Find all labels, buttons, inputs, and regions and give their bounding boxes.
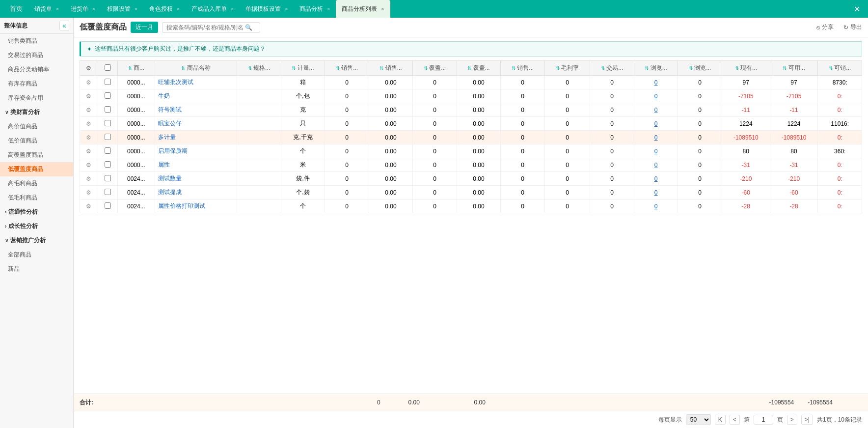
nav-analysis-list[interactable]: 商品分析列表 × (336, 0, 390, 18)
nav-home[interactable]: 首页 (4, 0, 28, 18)
sidebar-item-high-coverage[interactable]: 高覆盖度商品 (0, 148, 73, 162)
nav-close-roles[interactable]: × (177, 6, 180, 12)
first-page-button[interactable]: K (715, 415, 726, 425)
row-settings-7[interactable]: ⚙ (80, 172, 98, 186)
nav-close-analysis-list[interactable]: × (381, 6, 384, 12)
per-page-select[interactable]: 50 20 100 (686, 414, 711, 425)
sidebar-group-liquidity[interactable]: › 流通性分析 (0, 205, 73, 219)
row-checkbox-4[interactable] (98, 131, 117, 144)
page-number-input[interactable] (754, 415, 773, 425)
row-settings-0[interactable]: ⚙ (80, 76, 98, 89)
export-action[interactable]: ↻ 导出 (843, 23, 862, 31)
row-name-3[interactable]: 眠宝公仔 (155, 117, 237, 131)
col-sales3[interactable]: ⇅ 销售... (501, 61, 545, 76)
row-settings-5[interactable]: ⚙ (80, 144, 98, 158)
row-settings-3[interactable]: ⚙ (80, 117, 98, 131)
window-close-button[interactable]: ✕ (849, 1, 864, 16)
row-settings-1[interactable]: ⚙ (80, 89, 98, 103)
sidebar-item-category-rate[interactable]: 商品分类动销率 (0, 62, 73, 77)
col-cover2[interactable]: ⇅ 覆盖... (457, 61, 501, 76)
row-settings-6[interactable]: ⚙ (80, 158, 98, 172)
row-browse1-8[interactable]: 0 (634, 186, 678, 200)
row-settings-8[interactable]: ⚙ (80, 186, 98, 200)
col-settings[interactable]: ⚙ (80, 61, 98, 76)
row-name-9[interactable]: 属性价格打印测试 (155, 200, 237, 213)
nav-sales[interactable]: 销货单 × (28, 0, 65, 18)
select-all-checkbox[interactable] (105, 64, 111, 71)
row-browse1-0[interactable]: 0 (634, 76, 678, 89)
row-name-5[interactable]: 启用保质期 (155, 144, 237, 158)
nav-analysis[interactable]: 商品分析 × (294, 0, 336, 18)
row-browse1-2[interactable]: 0 (634, 103, 678, 117)
sidebar-item-new-goods[interactable]: 新品 (0, 262, 73, 276)
row-name-7[interactable]: 测试数量 (155, 172, 237, 186)
row-browse1-4[interactable]: 0 (634, 131, 678, 144)
row-name-6[interactable]: 属性 (155, 158, 237, 172)
row-name-2[interactable]: 符号测试 (155, 103, 237, 117)
row-browse1-1[interactable]: 0 (634, 89, 678, 103)
nav-close-perms[interactable]: × (135, 6, 137, 12)
row-checkbox-5[interactable] (98, 144, 117, 158)
nav-close-purchase[interactable]: × (92, 6, 95, 12)
sidebar-item-capital[interactable]: 库存资金占用 (0, 91, 73, 105)
sidebar-item-all-goods[interactable]: 全部商品 (0, 248, 73, 262)
col-cover1[interactable]: ⇅ 覆盖... (413, 61, 457, 76)
nav-perms[interactable]: 权限设置 × (101, 0, 143, 18)
nav-close-template[interactable]: × (285, 6, 288, 12)
sidebar-item-high-margin[interactable]: 高毛利商品 (0, 176, 73, 191)
sidebar-group-growth[interactable]: › 成长性分析 (0, 219, 73, 233)
search-icon[interactable]: 🔍 (245, 24, 252, 31)
nav-product-stock[interactable]: 产成品入库单 × (186, 0, 240, 18)
row-checkbox-8[interactable] (98, 186, 117, 200)
col-trade[interactable]: ⇅ 交易... (590, 61, 634, 76)
col-code[interactable]: ⇅ 商... (117, 61, 155, 76)
nav-purchase[interactable]: 进货单 × (65, 0, 101, 18)
col-browse1[interactable]: ⇅ 浏览... (634, 61, 678, 76)
sidebar-item-low-value[interactable]: 低价值商品 (0, 134, 73, 148)
col-sales1[interactable]: ⇅ 销售... (325, 61, 369, 76)
last-page-button[interactable]: >| (801, 415, 813, 425)
sidebar-item-sales-goods[interactable]: 销售类商品 (0, 34, 73, 48)
row-browse1-5[interactable]: 0 (634, 144, 678, 158)
row-checkbox-2[interactable] (98, 103, 117, 117)
row-checkbox-0[interactable] (98, 76, 117, 89)
sidebar-item-stocked-goods[interactable]: 有库存商品 (0, 77, 73, 91)
row-name-8[interactable]: 测试提成 (155, 186, 237, 200)
search-input[interactable] (166, 24, 245, 31)
row-browse1-7[interactable]: 0 (634, 172, 678, 186)
sidebar-item-high-value[interactable]: 高价值商品 (0, 119, 73, 134)
row-checkbox-6[interactable] (98, 158, 117, 172)
col-spec[interactable]: ⇅ 规格... (237, 61, 281, 76)
col-sales2[interactable]: ⇅ 销售... (369, 61, 413, 76)
row-name-1[interactable]: 牛奶 (155, 89, 237, 103)
sidebar-group-wealth[interactable]: ∨ 类财富分析 (0, 105, 73, 119)
row-checkbox-9[interactable] (98, 200, 117, 213)
nav-template[interactable]: 单据模板设置 × (240, 0, 294, 18)
col-checkbox[interactable] (98, 61, 117, 76)
col-browse2[interactable]: ⇅ 浏览... (678, 61, 722, 76)
row-checkbox-7[interactable] (98, 172, 117, 186)
share-action[interactable]: ⎋ 分享 (816, 23, 834, 31)
nav-close-sales[interactable]: × (56, 6, 59, 12)
row-browse1-3[interactable]: 0 (634, 117, 678, 131)
sidebar-item-low-margin[interactable]: 低毛利商品 (0, 191, 73, 205)
nav-close-product-stock[interactable]: × (231, 6, 234, 12)
sidebar-item-low-coverage[interactable]: 低覆盖度商品 (0, 162, 73, 176)
row-settings-2[interactable]: ⚙ (80, 103, 98, 117)
nav-close-analysis[interactable]: × (327, 6, 330, 12)
sidebar-collapse-button[interactable]: « (59, 21, 69, 30)
col-name[interactable]: ⇅ 商品名称 (155, 61, 237, 76)
col-margin[interactable]: ⇅ 毛利率 (544, 61, 590, 76)
next-page-button[interactable]: > (787, 415, 797, 425)
row-settings-4[interactable]: ⚙ (80, 131, 98, 144)
row-settings-9[interactable]: ⚙ (80, 200, 98, 213)
col-saleable[interactable]: ⇅ 可销... (818, 61, 862, 76)
sidebar-item-traded-goods[interactable]: 交易过的商品 (0, 48, 73, 62)
row-name-0[interactable]: 旺辅批次测试 (155, 76, 237, 89)
row-browse1-6[interactable]: 0 (634, 158, 678, 172)
col-available[interactable]: ⇅ 可用... (770, 61, 818, 76)
sidebar-group-marketing[interactable]: ∨ 营销推广分析 (0, 233, 73, 248)
prev-page-button[interactable]: < (730, 415, 740, 425)
col-unit[interactable]: ⇅ 计量... (281, 61, 325, 76)
row-checkbox-1[interactable] (98, 89, 117, 103)
